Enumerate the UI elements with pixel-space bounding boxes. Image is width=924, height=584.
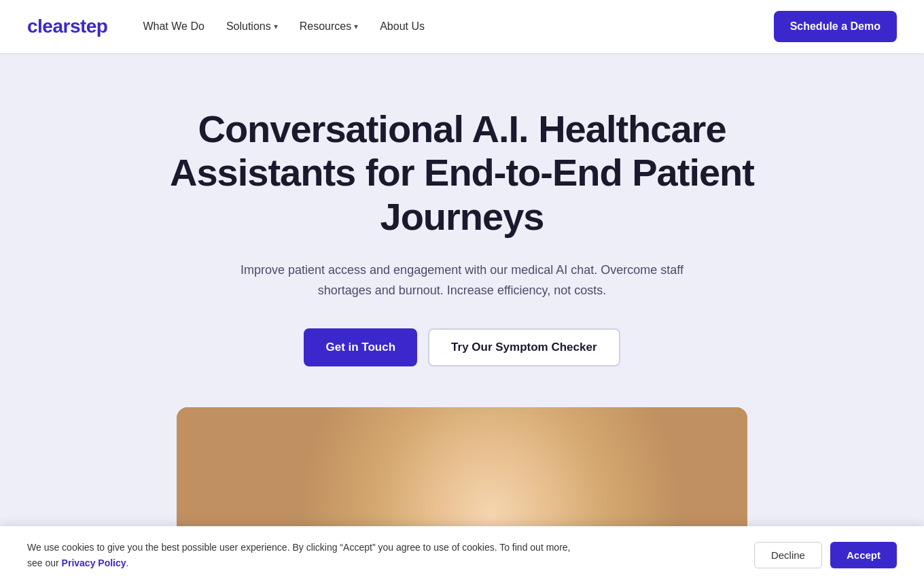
nav-item-solutions[interactable]: Solutions ▾ [218, 15, 286, 38]
get-in-touch-button[interactable]: Get in Touch [304, 328, 417, 366]
hero-section: Conversational A.I. Healthcare Assistant… [0, 53, 924, 584]
hero-subtitle: Improve patient access and engagement wi… [217, 260, 707, 300]
navbar: clearstep What We Do Solutions ▾ Resourc… [0, 0, 924, 53]
cookie-message: We use cookies to give you the best poss… [27, 540, 571, 570]
navbar-left: clearstep What We Do Solutions ▾ Resourc… [27, 15, 433, 38]
privacy-policy-link[interactable]: Privacy Policy [62, 557, 126, 568]
cookie-decline-button[interactable]: Decline [754, 542, 822, 568]
cookie-banner: We use cookies to give you the best poss… [0, 526, 924, 584]
nav-label-what-we-do: What We Do [143, 20, 204, 33]
chevron-down-icon: ▾ [274, 22, 278, 31]
nav-label-about-us: About Us [380, 20, 425, 33]
logo[interactable]: clearstep [27, 16, 107, 37]
nav-item-what-we-do[interactable]: What We Do [135, 15, 212, 38]
chevron-down-icon: ▾ [354, 22, 358, 31]
nav-links: What We Do Solutions ▾ Resources ▾ About… [135, 15, 433, 38]
hero-buttons: Get in Touch Try Our Symptom Checker [27, 328, 897, 366]
cookie-accept-button[interactable]: Accept [830, 542, 897, 568]
nav-label-resources: Resources [300, 20, 351, 33]
cookie-message-suffix: . [126, 557, 129, 568]
cookie-buttons: Decline Accept [754, 542, 897, 568]
nav-item-resources[interactable]: Resources ▾ [291, 15, 366, 38]
symptom-checker-button[interactable]: Try Our Symptom Checker [428, 328, 620, 366]
nav-item-about-us[interactable]: About Us [372, 15, 433, 38]
hero-title: Conversational A.I. Healthcare Assistant… [156, 107, 768, 239]
schedule-demo-button[interactable]: Schedule a Demo [774, 11, 897, 42]
nav-label-solutions: Solutions [226, 20, 271, 33]
